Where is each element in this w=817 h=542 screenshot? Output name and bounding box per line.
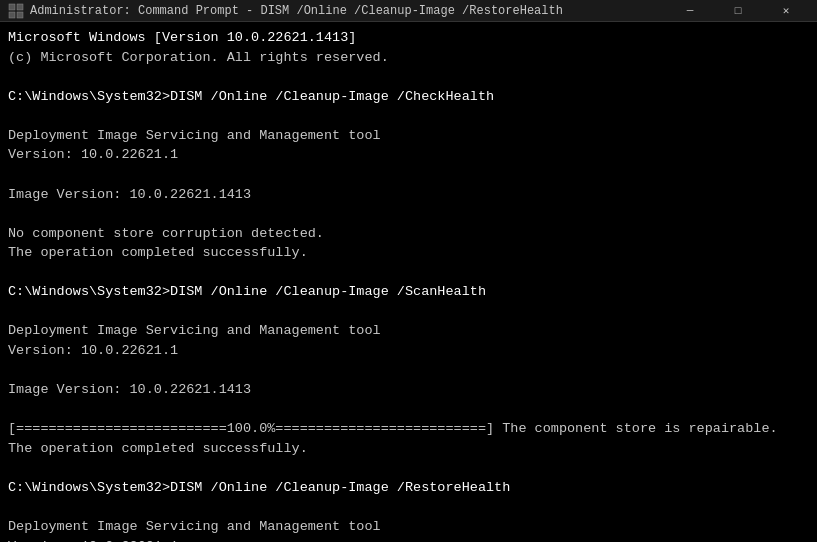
- terminal-line: Version: 10.0.22621.1: [8, 145, 809, 165]
- terminal-line: [8, 165, 809, 185]
- terminal-line: [8, 400, 809, 420]
- terminal-line: C:\Windows\System32>DISM /Online /Cleanu…: [8, 282, 809, 302]
- terminal-line: (c) Microsoft Corporation. All rights re…: [8, 48, 809, 68]
- title-bar-text: Administrator: Command Prompt - DISM /On…: [30, 4, 661, 18]
- window-icon: [8, 3, 24, 19]
- terminal-line: [8, 263, 809, 283]
- terminal-line: C:\Windows\System32>DISM /Online /Cleanu…: [8, 478, 809, 498]
- terminal-line: [==========================100.0%=======…: [8, 419, 809, 439]
- terminal-line: Deployment Image Servicing and Managemen…: [8, 126, 809, 146]
- close-button[interactable]: ✕: [763, 0, 809, 22]
- terminal-line: [8, 458, 809, 478]
- terminal-line: [8, 498, 809, 518]
- terminal-line: Deployment Image Servicing and Managemen…: [8, 321, 809, 341]
- terminal-line: [8, 106, 809, 126]
- title-bar-controls: ─ □ ✕: [667, 0, 809, 22]
- minimize-button[interactable]: ─: [667, 0, 713, 22]
- terminal-line: C:\Windows\System32>DISM /Online /Cleanu…: [8, 87, 809, 107]
- svg-rect-0: [9, 4, 15, 10]
- terminal-line: [8, 67, 809, 87]
- terminal-body: Microsoft Windows [Version 10.0.22621.14…: [0, 22, 817, 542]
- terminal-line: Version: 10.0.22621.1: [8, 537, 809, 542]
- terminal-line: Version: 10.0.22621.1: [8, 341, 809, 361]
- terminal-line: Image Version: 10.0.22621.1413: [8, 380, 809, 400]
- terminal-line: The operation completed successfully.: [8, 243, 809, 263]
- terminal-line: No component store corruption detected.: [8, 224, 809, 244]
- svg-rect-2: [9, 12, 15, 18]
- terminal-line: [8, 204, 809, 224]
- terminal-line: The operation completed successfully.: [8, 439, 809, 459]
- terminal-line: Deployment Image Servicing and Managemen…: [8, 517, 809, 537]
- terminal-line: [8, 302, 809, 322]
- terminal-line: Microsoft Windows [Version 10.0.22621.14…: [8, 28, 809, 48]
- title-bar: Administrator: Command Prompt - DISM /On…: [0, 0, 817, 22]
- maximize-button[interactable]: □: [715, 0, 761, 22]
- terminal-line: [8, 361, 809, 381]
- terminal-line: Image Version: 10.0.22621.1413: [8, 185, 809, 205]
- svg-rect-1: [17, 4, 23, 10]
- svg-rect-3: [17, 12, 23, 18]
